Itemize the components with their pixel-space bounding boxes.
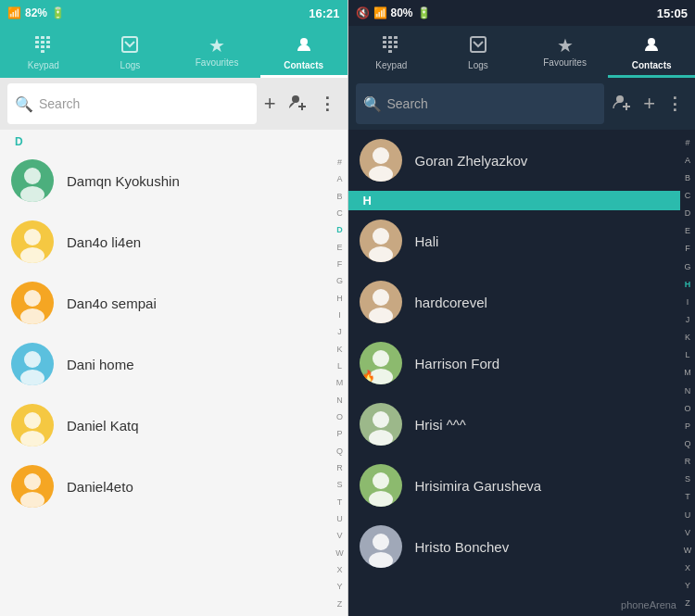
right-search-input[interactable]: Search (387, 96, 598, 111)
right-battery-icon: 🔋 (417, 6, 431, 19)
left-add-person-icon[interactable] (287, 92, 308, 117)
right-add-person-icon[interactable] (612, 92, 632, 117)
idx-e-r[interactable]: E (685, 226, 690, 235)
left-panel: 📶 82% 🔋 16:21 (0, 0, 348, 616)
idx-p-r[interactable]: P (685, 421, 690, 431)
idx-a-r[interactable]: A (685, 156, 690, 165)
svg-point-53 (369, 491, 393, 507)
idx-a-l[interactable]: A (336, 174, 342, 183)
idx-m-l[interactable]: M (336, 378, 344, 387)
idx-p-l[interactable]: P (336, 429, 342, 438)
left-avatar-dani-home (11, 343, 54, 385)
idx-r-l[interactable]: R (336, 463, 343, 472)
right-contact-hali[interactable]: Hali (348, 210, 681, 271)
idx-b-r[interactable]: B (685, 173, 690, 182)
idx-w-l[interactable]: W (335, 548, 344, 558)
svg-point-48 (373, 350, 389, 367)
idx-t-l[interactable]: T (337, 497, 343, 507)
left-contact-damqn[interactable]: Damqn Kyokushin (0, 150, 333, 211)
idx-c-r[interactable]: C (685, 191, 691, 200)
idx-b-l[interactable]: B (336, 192, 342, 201)
idx-w-r[interactable]: W (684, 546, 692, 555)
right-more-icon[interactable]: ⋮ (666, 94, 684, 114)
idx-q-l[interactable]: Q (336, 446, 343, 456)
right-name-hristo: Hristo Bonchev (415, 539, 510, 555)
left-tab-logs[interactable]: Logs (87, 26, 174, 78)
idx-t-r[interactable]: T (685, 492, 690, 501)
left-add-contact-icon[interactable]: + (264, 92, 276, 116)
idx-l-l[interactable]: L (337, 361, 342, 371)
idx-j-r[interactable]: J (686, 315, 690, 324)
left-tab-favourites-label: Favourites (196, 57, 239, 68)
idx-hash-r[interactable]: # (685, 138, 689, 147)
idx-i-r[interactable]: I (687, 297, 689, 307)
left-tab-contacts[interactable]: Contacts (260, 26, 348, 78)
left-tab-favourites[interactable]: ★ Favourites (173, 26, 260, 78)
idx-x-r[interactable]: X (685, 563, 690, 572)
right-tab-favourites[interactable]: ★ Favourites (522, 26, 609, 78)
idx-g-l[interactable]: G (336, 276, 343, 285)
right-contact-hrisi[interactable]: Hrisi ^^^ (348, 394, 681, 455)
left-contact-dan4o-sempai[interactable]: Dan4o sempai (0, 272, 333, 333)
right-contact-hrisimira[interactable]: Hrisimira Garusheva (348, 455, 681, 516)
idx-u-r[interactable]: U (685, 510, 691, 520)
idx-o-r[interactable]: O (684, 404, 690, 413)
right-tab-logs[interactable]: Logs (435, 26, 522, 78)
right-status-left: 🔇 📶 80% 🔋 (356, 6, 431, 19)
idx-d-l[interactable]: D (336, 225, 343, 234)
idx-u-l[interactable]: U (336, 514, 343, 523)
left-more-icon[interactable]: ⋮ (319, 94, 336, 114)
idx-k-l[interactable]: K (336, 345, 342, 354)
left-tab-keypad[interactable]: Keypad (0, 26, 87, 78)
right-add-icon[interactable]: + (643, 92, 655, 116)
svg-rect-8 (46, 45, 50, 48)
svg-rect-33 (383, 45, 386, 48)
idx-r-r[interactable]: R (685, 457, 691, 466)
left-tab-contacts-label: Contacts (284, 60, 323, 70)
right-tab-contacts[interactable]: Contacts (608, 26, 695, 78)
idx-e-l[interactable]: E (336, 243, 342, 252)
idx-l-r[interactable]: L (685, 350, 689, 359)
idx-m-r[interactable]: M (684, 368, 691, 377)
right-contact-hardcorevel[interactable]: hardcorevel (348, 271, 681, 333)
idx-g-r[interactable]: G (684, 262, 690, 271)
right-tab-keypad[interactable]: Keypad (348, 26, 436, 78)
idx-v-r[interactable]: V (685, 528, 690, 537)
left-contact-daniel4eto[interactable]: Daniel4eto (0, 456, 333, 517)
idx-j-l[interactable]: J (337, 327, 342, 336)
svg-point-50 (373, 411, 389, 428)
idx-i-l[interactable]: I (338, 310, 341, 320)
idx-h-r[interactable]: H (685, 280, 691, 289)
idx-c-l[interactable]: C (336, 208, 343, 218)
idx-y-l[interactable]: Y (336, 582, 342, 591)
right-search-icon: 🔍 (363, 95, 382, 113)
left-search-input[interactable]: Search (39, 96, 249, 111)
left-contact-daniel-katq[interactable]: Daniel Katq (0, 395, 333, 456)
svg-point-12 (292, 95, 299, 103)
left-status-bar: 📶 82% 🔋 16:21 (0, 0, 348, 26)
idx-n-l[interactable]: N (336, 396, 343, 405)
right-contact-goran[interactable]: Goran Zhelyazkov (348, 130, 681, 191)
right-search-wrapper: 🔍 Search + ⋮ (348, 78, 696, 130)
idx-q-r[interactable]: Q (684, 439, 690, 448)
idx-d-r[interactable]: D (685, 208, 691, 218)
left-contact-dan4o-li4en[interactable]: Dan4o li4en (0, 211, 333, 272)
idx-s-l[interactable]: S (336, 480, 342, 489)
idx-f-l[interactable]: F (337, 259, 343, 269)
idx-v-l[interactable]: V (336, 531, 342, 540)
idx-z-r[interactable]: Z (685, 598, 690, 608)
right-contact-hristo[interactable]: Hristo Bonchev (348, 516, 681, 577)
idx-s-r[interactable]: S (685, 474, 690, 484)
left-contact-dani-home[interactable]: Dani home (0, 333, 333, 395)
idx-x-l[interactable]: X (336, 565, 342, 574)
svg-rect-2 (46, 36, 50, 39)
idx-h-l[interactable]: H (336, 294, 343, 303)
idx-hash-l[interactable]: # (337, 157, 342, 167)
idx-z-l[interactable]: Z (337, 599, 343, 609)
idx-o-l[interactable]: O (336, 412, 343, 421)
right-contact-harrison[interactable]: 🔥 Harrison Ford (348, 333, 681, 394)
idx-n-r[interactable]: N (685, 386, 691, 396)
idx-y-r[interactable]: Y (685, 581, 690, 590)
idx-k-r[interactable]: K (685, 333, 690, 342)
idx-f-r[interactable]: F (685, 244, 690, 253)
